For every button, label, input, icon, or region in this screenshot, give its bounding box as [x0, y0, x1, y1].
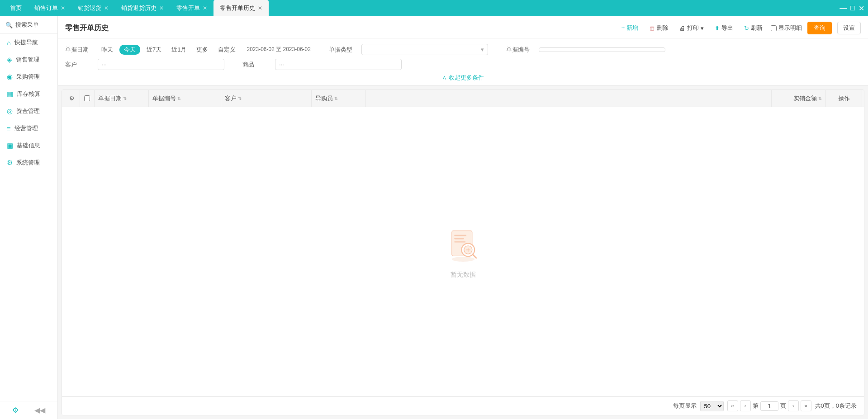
toolbar: + 新增 🗑 删除 🖨 打印 ▾ ⬆ 导出 ↻ 刷新 — [619, 22, 861, 34]
refresh-button[interactable]: ↻ 刷新 — [741, 22, 765, 34]
sidebar-item-quicknav[interactable]: ⌂ 快捷导航 — [0, 34, 57, 51]
date-opt-today[interactable]: 今天 — [119, 45, 140, 55]
svg-rect-3 — [454, 238, 464, 240]
collapse-label: ∧ 收起更多条件 — [442, 74, 484, 82]
delete-label: 删除 — [657, 24, 669, 32]
sort-date-icon: ⇅ — [123, 96, 127, 101]
th-settings[interactable]: ⚙ — [64, 90, 80, 107]
th-customer-label: 客户 — [225, 94, 237, 103]
th-customer[interactable]: 客户 ⇅ — [221, 90, 312, 107]
tab-sales-order[interactable]: 销售订单 ✕ — [28, 0, 71, 16]
sidebar-search-label: 搜索采单 — [15, 21, 39, 29]
inventory-icon: ▦ — [7, 90, 13, 98]
maximize-btn[interactable]: □ — [850, 4, 855, 13]
type-select[interactable]: ▾ — [361, 44, 488, 55]
page-title: 零售开单历史 — [65, 24, 109, 33]
customer-label: 客户 — [65, 61, 90, 69]
print-arrow-icon: ▾ — [701, 25, 704, 32]
first-page-btn[interactable]: « — [727, 400, 738, 411]
prev-page-btn[interactable]: ‹ — [740, 400, 751, 411]
th-number-label: 单据编号 — [152, 94, 176, 103]
th-guide[interactable]: 导购员 ⇅ — [312, 90, 366, 107]
tab-retail-order-close[interactable]: ✕ — [203, 5, 207, 11]
number-input[interactable] — [539, 47, 665, 52]
operations-icon: ≡ — [7, 125, 11, 132]
sort-amount-icon: ⇅ — [818, 96, 822, 101]
th-number[interactable]: 单据编号 ⇅ — [149, 90, 221, 107]
per-page-select[interactable]: 50 100 200 — [700, 401, 724, 411]
filter-area: 单据日期 昨天 今天 近7天 近1月 更多 自定义 2023-06-02 至 2… — [58, 38, 868, 86]
sidebar-item-purchase[interactable]: ◉ 采购管理 — [0, 68, 57, 85]
date-opt-custom[interactable]: 自定义 — [214, 45, 239, 55]
sidebar-item-inventory[interactable]: ▦ 库存核算 — [0, 85, 57, 103]
page-header: 零售开单历史 + 新增 🗑 删除 🖨 打印 ▾ ⬆ 导出 — [58, 16, 868, 38]
last-page-btn[interactable]: » — [801, 400, 811, 411]
date-opt-yesterday[interactable]: 昨天 — [98, 45, 117, 55]
minimize-btn[interactable]: — — [840, 4, 847, 13]
tab-return-close[interactable]: ✕ — [104, 5, 109, 11]
date-opt-more[interactable]: 更多 — [193, 45, 212, 55]
sidebar-item-basic[interactable]: ▣ 基础信息 — [0, 137, 57, 154]
tab-retail-order[interactable]: 零售开单 ✕ — [170, 0, 213, 16]
tab-retail-order-history-label: 零售开单历史 — [220, 4, 255, 12]
type-label: 单据类型 — [329, 46, 354, 54]
add-button[interactable]: + 新增 — [619, 22, 641, 34]
select-all-checkbox[interactable] — [84, 95, 90, 101]
search-icon: 🔍 — [5, 22, 13, 28]
sidebar-bottom: ⚙ ◀◀ — [0, 401, 57, 419]
sidebar-item-finance[interactable]: ◎ 资金管理 — [0, 103, 57, 120]
system-icon: ⚙ — [7, 159, 13, 167]
sidebar-item-sales[interactable]: ◈ 销售管理 — [0, 51, 57, 68]
date-opt-1month[interactable]: 近1月 — [168, 45, 190, 55]
table-container: ⚙ 单据日期 ⇅ 单据编号 ⇅ 客户 ⇅ 导购员 — [62, 89, 864, 415]
export-label: 导出 — [721, 24, 733, 32]
sidebar-item-system[interactable]: ⚙ 系统管理 — [0, 154, 57, 171]
print-button[interactable]: 🖨 打印 ▾ — [677, 22, 707, 34]
date-label: 单据日期 — [65, 46, 90, 54]
collapse-button[interactable]: ∧ 收起更多条件 — [65, 74, 861, 82]
date-opt-7days[interactable]: 近7天 — [143, 45, 165, 55]
collapse-sidebar-btn[interactable]: ◀◀ — [34, 406, 45, 414]
export-button[interactable]: ⬆ 导出 — [712, 22, 736, 34]
add-label: + 新增 — [621, 24, 638, 32]
settings-gear-icon[interactable]: ⚙ — [12, 406, 19, 414]
sidebar-search[interactable]: 🔍 搜索采单 — [0, 16, 57, 34]
tab-sales-order-label: 销售订单 — [34, 4, 58, 12]
sidebar-item-operations[interactable]: ≡ 经营管理 — [0, 120, 57, 137]
tab-home[interactable]: 首页 — [4, 0, 28, 16]
tab-retail-order-history-close[interactable]: ✕ — [258, 5, 262, 11]
search-button[interactable]: 查询 — [807, 22, 832, 34]
tab-return-history-close[interactable]: ✕ — [159, 5, 164, 11]
show-detail-toggle[interactable]: 显示明细 — [771, 24, 802, 32]
delete-button[interactable]: 🗑 删除 — [646, 22, 671, 34]
th-check[interactable] — [80, 90, 95, 107]
th-date[interactable]: 单据日期 ⇅ — [95, 90, 149, 107]
th-amount[interactable]: 实销金额 ⇅ — [772, 90, 826, 107]
goods-input[interactable]: ··· — [275, 59, 402, 70]
home-icon: ⌂ — [7, 39, 11, 47]
next-page-btn[interactable]: › — [788, 400, 799, 411]
tab-retail-order-history[interactable]: 零售开单历史 ✕ — [213, 0, 269, 16]
page-input[interactable] — [760, 401, 778, 411]
tab-return-label: 销货退货 — [78, 4, 101, 12]
print-label: 打印 — [687, 24, 699, 32]
empty-text: 暂无数据 — [451, 271, 476, 279]
customer-input[interactable]: ··· — [98, 59, 224, 70]
th-action: 操作 — [826, 90, 862, 107]
tab-return[interactable]: 销货退货 ✕ — [71, 0, 115, 16]
window-controls: — □ ✕ — [840, 4, 864, 13]
sidebar-item-sales-label: 销售管理 — [16, 56, 39, 64]
svg-point-0 — [451, 257, 474, 262]
print-icon: 🖨 — [679, 25, 685, 32]
tab-sales-order-close[interactable]: ✕ — [61, 5, 65, 11]
filter-row-2: 客户 ··· 商品 ··· — [65, 59, 861, 70]
finance-icon: ◎ — [7, 107, 13, 115]
show-detail-label: 显示明细 — [778, 24, 802, 32]
close-btn[interactable]: ✕ — [859, 4, 864, 13]
sidebar-item-finance-label: 资金管理 — [16, 107, 40, 115]
tab-return-history[interactable]: 销货退货历史 ✕ — [115, 0, 170, 16]
sidebar-menu: ⌂ 快捷导航 ◈ 销售管理 ◉ 采购管理 ▦ 库存核算 ◎ 资金管理 ≡ 经营管… — [0, 34, 57, 401]
show-detail-checkbox[interactable] — [771, 25, 777, 31]
settings-button[interactable]: 设置 — [837, 22, 861, 34]
content-area: 零售开单历史 + 新增 🗑 删除 🖨 打印 ▾ ⬆ 导出 — [58, 16, 868, 419]
